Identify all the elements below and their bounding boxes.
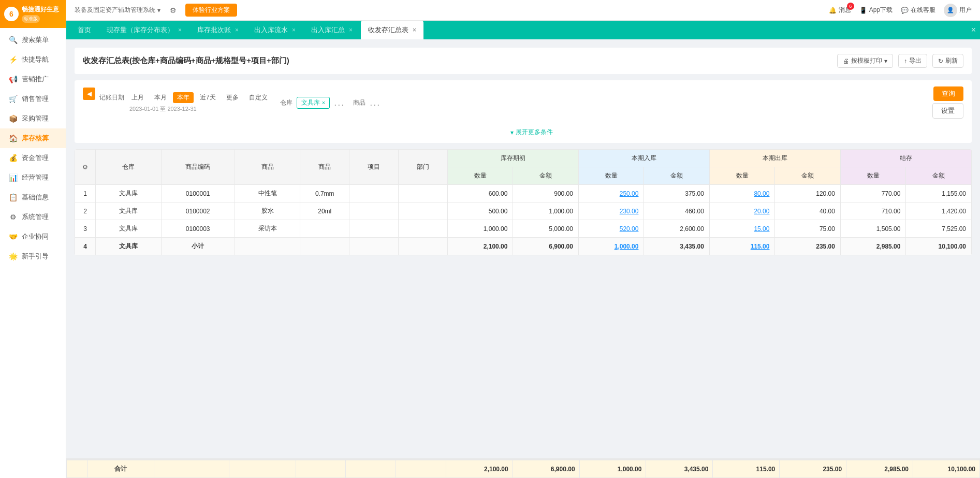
system-selector[interactable]: 装备及固定资产辅助管理系统 ▾ — [75, 6, 160, 15]
refresh-button[interactable]: ↻ 刷新 — [932, 54, 963, 68]
tab-recv-send-summary[interactable]: 收发存汇总表 × — [361, 21, 423, 39]
footer-empty5 — [346, 460, 396, 478]
data-table: ⚙ 仓库 商品编码 商品 商品 项目 部门 库存期初 本期入库 本期出库 — [75, 149, 972, 255]
row3-no: 3 — [75, 220, 96, 238]
row3-in-amt: 2,600.00 — [644, 220, 710, 238]
sidebar-item-basic-info[interactable]: 📋 基础信息 — [0, 187, 66, 207]
goods-more-btn[interactable]: ... — [370, 97, 381, 108]
export-icon: ↑ — [904, 57, 907, 65]
tab-close-icon[interactable]: × — [178, 26, 182, 34]
page-actions: 🖨 按模板打印 ▾ ↑ 导出 ↻ 刷新 — [837, 54, 963, 68]
footer-out-amt: 235.00 — [780, 460, 846, 478]
sidebar-item-operations[interactable]: 📊 经营管理 — [0, 168, 66, 187]
subtotal-out-qty[interactable]: 115.00 — [709, 238, 775, 255]
row3-warehouse: 文具库 — [96, 220, 162, 238]
table-container: ⚙ 仓库 商品编码 商品 商品 项目 部门 库存期初 本期入库 本期出库 — [75, 149, 972, 255]
tab-inventory-dist[interactable]: 现存量（库存分布表） × — [99, 21, 189, 39]
date-range-text: 2023-01-01 至 2023-12-31 — [129, 105, 197, 113]
sidebar-item-enterprise[interactable]: 🤝 企业协同 — [0, 227, 66, 247]
subtotal-in-qty[interactable]: 1,000.00 — [578, 238, 644, 255]
date-btn-7days[interactable]: 近7天 — [196, 92, 220, 103]
sidebar-item-finance[interactable]: 💰 资金管理 — [0, 148, 66, 168]
footer-in-amt: 3,435.00 — [646, 460, 713, 478]
query-button[interactable]: 查询 — [933, 86, 963, 101]
tab-bar-close-icon[interactable]: × — [971, 25, 976, 35]
expand-conditions-btn[interactable]: ▾ 展开更多条件 — [510, 128, 553, 137]
sidebar: 6 畅捷通好生意 标准版 🔍 搜索菜单 ⚡ 快捷导航 📢 营销推广 🛒 销售管理… — [0, 0, 66, 478]
warehouse-filter-group: 仓库 文具库 × ... — [280, 97, 345, 109]
col-project-header: 项目 — [349, 150, 399, 185]
footer-empty2 — [154, 460, 229, 478]
row3-out-amt: 75.00 — [775, 220, 841, 238]
sidebar-item-inventory[interactable]: 🏠 库存核算 — [0, 128, 66, 148]
row2-out-qty[interactable]: 20.00 — [709, 202, 775, 220]
footer-empty4 — [296, 460, 346, 478]
row2-dept — [399, 202, 448, 220]
collapse-arrow-btn[interactable]: ◀ — [83, 88, 95, 100]
tab-close-icon[interactable]: × — [235, 26, 239, 34]
col-warehouse-header: 仓库 — [96, 150, 162, 185]
sidebar-logo: 6 畅捷通好生意 标准版 — [0, 0, 66, 28]
row2-closing-qty: 710.00 — [840, 202, 906, 220]
settings-button[interactable]: 设置 — [932, 103, 963, 119]
date-btn-this-month[interactable]: 本月 — [150, 92, 171, 103]
tab-close-icon[interactable]: × — [292, 26, 296, 34]
row2-code: 0100002 — [161, 202, 235, 220]
row2-name: 胶水 — [235, 202, 300, 220]
col-period-out-header: 本期出库 — [709, 150, 840, 167]
date-btn-this-year[interactable]: 本年 — [173, 92, 194, 103]
notifications-btn[interactable]: 🔔 消息 6 — [829, 6, 851, 15]
settings-icon[interactable]: ⚙ — [167, 4, 179, 17]
row3-opening-qty: 1,000.00 — [447, 220, 513, 238]
date-buttons: 上月 本月 本年 近7天 更多 自定义 — [127, 92, 272, 103]
online-service-btn[interactable]: 💬 在线客服 — [901, 6, 935, 15]
footer-opening-amt: 6,900.00 — [513, 460, 579, 478]
footer-table: 合计 2,100.00 6,900.00 1,000.00 3,435.00 1… — [66, 459, 980, 478]
row2-in-qty[interactable]: 230.00 — [578, 202, 644, 220]
row1-in-qty[interactable]: 250.00 — [578, 185, 644, 202]
date-btn-more[interactable]: 更多 — [222, 92, 243, 103]
row3-in-qty[interactable]: 520.00 — [578, 220, 644, 238]
tab-batch[interactable]: 库存批次账 × — [190, 21, 246, 39]
warehouse-more-btn[interactable]: ... — [334, 97, 345, 108]
warehouse-tag-close[interactable]: × — [322, 99, 325, 106]
print-button[interactable]: 🖨 按模板打印 ▾ — [837, 54, 893, 68]
sidebar-item-guide[interactable]: 🌟 新手引导 — [0, 247, 66, 266]
tab-home[interactable]: 首页 — [70, 21, 98, 39]
date-btn-last-month[interactable]: 上月 — [127, 92, 148, 103]
row3-name: 采访本 — [235, 220, 300, 238]
sidebar-item-quick-nav[interactable]: ⚡ 快捷导航 — [0, 50, 66, 69]
tab-inout-summary[interactable]: 出入库汇总 × — [304, 21, 360, 39]
row1-in-amt: 375.00 — [644, 185, 710, 202]
col-closing-qty-header: 数量 — [840, 167, 906, 185]
bell-icon: 🔔 — [829, 7, 837, 14]
tab-close-icon[interactable]: × — [349, 26, 353, 34]
sidebar-item-sales[interactable]: 🛒 销售管理 — [0, 89, 66, 109]
printer-icon: 🖨 — [843, 57, 849, 65]
row3-out-qty[interactable]: 15.00 — [709, 220, 775, 238]
row1-out-qty[interactable]: 80.00 — [709, 185, 775, 202]
date-btn-custom[interactable]: 自定义 — [245, 92, 272, 103]
tab-close-icon[interactable]: × — [413, 26, 416, 34]
table-header-group: ⚙ 仓库 商品编码 商品 商品 项目 部门 库存期初 本期入库 本期出库 — [75, 150, 972, 167]
row3-closing-amt: 7,525.00 — [906, 220, 972, 238]
sidebar-item-marketing[interactable]: 📢 营销推广 — [0, 69, 66, 89]
footer-label: 合计 — [87, 460, 154, 478]
goods-filter-group: 商品 ... — [353, 97, 381, 108]
trial-button[interactable]: 体验行业方案 — [185, 4, 237, 17]
sidebar-item-system[interactable]: ⚙ 系统管理 — [0, 207, 66, 227]
subtotal-closing-qty: 2,985.00 — [840, 238, 906, 255]
col-opening-header: 库存期初 — [447, 150, 578, 167]
subtotal-row: 4 文具库 小计 2,100.00 6,900.00 1,000.00 — [75, 238, 972, 255]
export-button[interactable]: ↑ 导出 — [898, 54, 927, 68]
user-btn[interactable]: 👤 用户 — [944, 4, 972, 17]
tab-inout-flow[interactable]: 出入库流水 × — [247, 21, 303, 39]
page-content: 收发存汇总表(按仓库+商品编码+商品+规格型号+项目+部门) 🖨 按模板打印 ▾… — [66, 39, 980, 458]
row1-opening-amt: 900.00 — [513, 185, 579, 202]
sidebar-item-search[interactable]: 🔍 搜索菜单 — [0, 30, 66, 50]
col-closing-amt-header: 金额 — [906, 167, 972, 185]
sidebar-item-purchase[interactable]: 📦 采购管理 — [0, 109, 66, 128]
col-settings-header[interactable]: ⚙ — [75, 150, 96, 185]
app-download-btn[interactable]: 📱 App下载 — [859, 6, 893, 15]
footer-out-qty: 115.00 — [713, 460, 780, 478]
